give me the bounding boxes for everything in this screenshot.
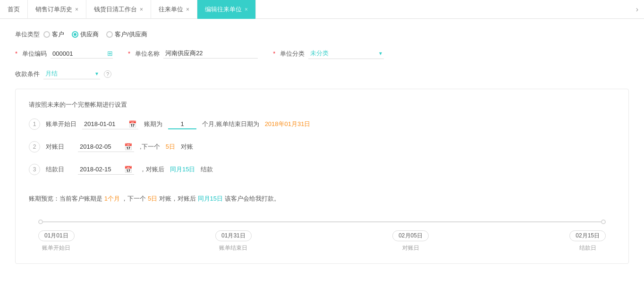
required-star-name: *: [128, 50, 130, 57]
radio-customer-label: 客户: [52, 30, 64, 39]
unit-category-select[interactable]: 未分类 ▾: [308, 48, 384, 59]
tab-edit-counterpart[interactable]: 编辑往来单位 ×: [197, 0, 256, 19]
tab-cash-work-label: 钱货日清工作台: [94, 5, 137, 14]
unit-category-label: 单位分类: [280, 50, 305, 58]
step-cal-icon-1[interactable]: 📅: [128, 120, 136, 128]
preview-h1: 1个月: [104, 195, 120, 202]
timeline-badge-2: 01月31日: [215, 230, 252, 241]
timeline-section: 01月01日 账单开始日 01月31日 账单结束日 02月05日 对账日 02月…: [29, 217, 615, 252]
step-number-1: 1: [29, 118, 40, 130]
panel-title: 请按照未来的一个完整帐期进行设置: [29, 101, 615, 109]
preview-prefix: 账期预览：当前客户账期是: [29, 195, 102, 202]
timeline-start-dot: [38, 219, 43, 224]
payment-terms-dropdown-icon: ▾: [95, 70, 98, 77]
radio-supplier[interactable]: 供应商: [72, 30, 99, 39]
radio-supplier-label: 供应商: [80, 30, 99, 39]
radio-both-label: 客户/供应商: [115, 30, 147, 39]
unit-code-icon[interactable]: ⊞: [107, 50, 113, 57]
timeline-end-dot: [601, 219, 606, 224]
timeline-node-3: 02月05日 对账日: [392, 230, 429, 252]
tab-counterpart[interactable]: 往来单位 ×: [151, 0, 197, 19]
unit-type-label: 单位类型: [15, 30, 40, 39]
step-3-highlight2: 同月15日: [170, 165, 195, 174]
tab-edit-counterpart-label: 编辑往来单位: [205, 5, 242, 14]
preview-m2: 对账，对账后: [159, 195, 196, 202]
timeline-badge-4: 02月15日: [569, 230, 606, 241]
unit-category-value: 未分类: [310, 49, 377, 58]
period-input[interactable]: [168, 119, 196, 129]
radio-customer[interactable]: 客户: [43, 30, 64, 39]
tabs-bar: 首页 销售订单历史 × 钱货日清工作台 × 往来单位 × 编辑往来单位 × ›: [0, 0, 644, 19]
payment-terms-field: 收款条件 月结 ▾ ?: [15, 68, 111, 79]
step-period-prefix: 账期为: [144, 120, 162, 128]
timeline-node-2: 01月31日 账单结束日: [215, 230, 252, 252]
unit-code-label: 单位编码: [22, 50, 47, 58]
payment-terms-value: 月结: [45, 69, 93, 78]
tab-counterpart-label: 往来单位: [159, 5, 183, 14]
step-cal-icon-3[interactable]: 📅: [124, 166, 132, 173]
step-label-1: 账单开始日: [46, 120, 76, 128]
radio-both[interactable]: 客户/供应商: [106, 30, 147, 39]
close-sales-order-icon[interactable]: ×: [75, 6, 78, 13]
timeline-badge-1: 01月01日: [38, 230, 75, 241]
required-star-code: *: [15, 50, 17, 57]
tab-home[interactable]: 首页: [0, 0, 28, 19]
step-row-2: 2 对账日 📅 ,下一个 5日 对账: [29, 141, 615, 152]
step-3-desc3: 结款: [201, 165, 213, 174]
step-date-input-3[interactable]: [80, 166, 122, 173]
step-row-3: 3 结款日 📅 ，对账后 同月15日 结款: [29, 164, 615, 175]
step-period-suffix: 个月,账单结束日期为: [202, 120, 259, 128]
preview-h2: 5日: [148, 195, 157, 202]
step-row-1: 1 账单开始日 📅 账期为 个月,账单结束日期为 2018年01月31日: [29, 118, 615, 130]
step-2-desc2: 对账: [181, 143, 193, 151]
step-date-3: 📅: [78, 165, 134, 175]
step-number-3: 3: [29, 164, 40, 175]
unit-type-field: 单位类型 客户 供应商 客户/供应商: [15, 30, 147, 39]
close-edit-counterpart-icon[interactable]: ×: [245, 6, 248, 13]
page-content: 单位类型 客户 供应商 客户/供应商 * 单位编码: [0, 19, 644, 287]
step-date-1: 📅: [82, 119, 138, 129]
step-period-end: 2018年01月31日: [265, 120, 311, 128]
preview-m1: ，下一个: [121, 195, 146, 202]
timeline-nodes: 01月01日 账单开始日 01月31日 账单结束日 02月05日 对账日 02月…: [38, 230, 606, 252]
step-2-desc: ,下一个: [140, 143, 160, 151]
tab-home-label: 首页: [8, 5, 20, 14]
tab-sales-order-label: 销售订单历史: [35, 5, 72, 14]
payment-terms-help-icon[interactable]: ?: [104, 70, 111, 78]
settings-panel: 请按照未来的一个完整帐期进行设置 1 账单开始日 📅 账期为 个月,账单结束日期…: [15, 89, 629, 264]
unit-code-input-wrapper: ⊞: [51, 49, 113, 59]
required-star-cat: *: [273, 50, 275, 57]
payment-terms-select[interactable]: 月结 ▾: [43, 68, 100, 79]
timeline-label-3: 对账日: [402, 244, 419, 252]
preview-suffix: 该客户会给我打款。: [225, 195, 280, 202]
timeline-label-4: 结款日: [579, 244, 596, 252]
tab-sales-order[interactable]: 销售订单历史 ×: [28, 0, 86, 19]
step-date-input-1[interactable]: [84, 120, 127, 127]
timeline-node-4: 02月15日 结款日: [569, 230, 606, 252]
close-cash-work-icon[interactable]: ×: [140, 6, 143, 13]
payment-terms-label: 收款条件: [15, 70, 40, 78]
timeline-label-1: 账单开始日: [42, 244, 70, 252]
radio-customer-circle: [43, 31, 50, 38]
unit-name-field: * 单位名称: [128, 49, 258, 59]
unit-type-row: 单位类型 客户 供应商 客户/供应商: [15, 30, 629, 39]
step-2-highlight1: 5日: [166, 143, 175, 151]
unit-name-input[interactable]: [163, 49, 258, 59]
step-date-input-2[interactable]: [80, 143, 122, 150]
step-cal-icon-2[interactable]: 📅: [124, 143, 132, 151]
unit-category-field: * 单位分类 未分类 ▾: [273, 48, 384, 59]
close-counterpart-icon[interactable]: ×: [186, 6, 189, 13]
unit-category-dropdown-icon: ▾: [379, 50, 382, 57]
timeline-badge-3: 02月05日: [392, 230, 429, 241]
unit-info-row: * 单位编码 ⊞ * 单位名称 * 单位分类 未分类 ▾: [15, 48, 629, 59]
radio-group: 客户 供应商 客户/供应商: [43, 30, 147, 39]
tabs-expand-button[interactable]: ›: [630, 0, 644, 18]
step-number-2: 2: [29, 141, 40, 152]
unit-code-input[interactable]: [51, 49, 107, 58]
tab-cash-work[interactable]: 钱货日清工作台 ×: [86, 0, 151, 19]
payment-terms-row: 收款条件 月结 ▾ ?: [15, 68, 629, 79]
preview-h3: 同月15日: [198, 195, 223, 202]
step-label-3: 结款日: [46, 165, 72, 174]
unit-name-label: 单位名称: [135, 50, 160, 58]
unit-code-field: * 单位编码 ⊞: [15, 49, 113, 59]
